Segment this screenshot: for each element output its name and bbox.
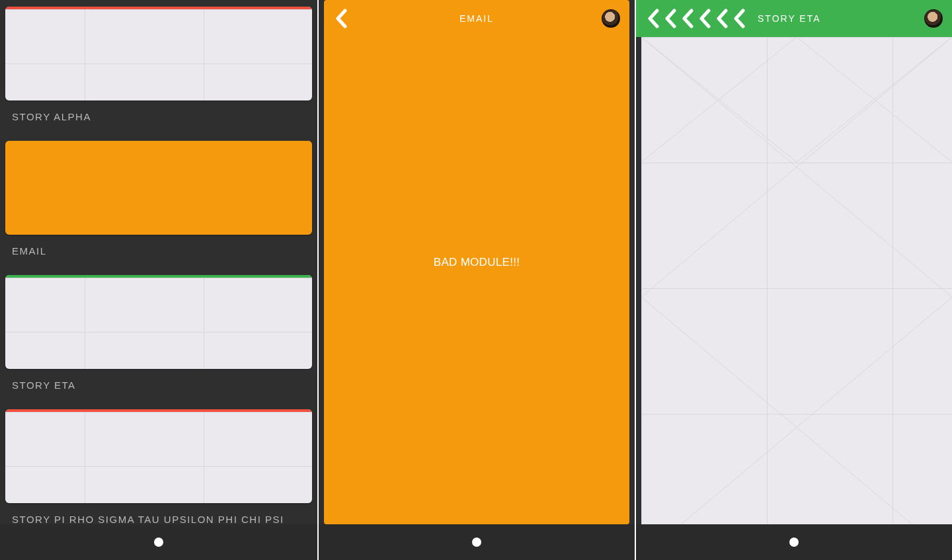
story-card-label: STORY ALPHA <box>12 111 311 122</box>
back-button[interactable] <box>645 9 748 28</box>
story-card[interactable] <box>5 409 312 503</box>
panel-story-list: STORY ALPHAEMAILSTORY ETASTORY PI RHO SI… <box>0 0 317 560</box>
story-card[interactable] <box>5 7 312 100</box>
panel-story-eta-detail: STORY ETA <box>635 0 952 560</box>
chevron-left-icon <box>662 9 680 28</box>
chevron-left-icon <box>697 9 714 28</box>
nav-dot-icon <box>472 538 481 547</box>
page-title: EMAIL <box>324 13 629 24</box>
avatar[interactable] <box>924 9 943 28</box>
accent-stripe <box>5 141 312 143</box>
story-list[interactable]: STORY ALPHAEMAILSTORY ETASTORY PI RHO SI… <box>0 0 317 548</box>
placeholder-grid-icon <box>5 412 312 503</box>
app-bar: STORY ETA <box>636 0 952 37</box>
story-card-label: EMAIL <box>12 245 311 257</box>
story-body-placeholder <box>641 37 952 560</box>
chevron-left-icon <box>731 9 748 28</box>
nav-dot-icon <box>789 538 799 547</box>
story-card[interactable] <box>5 275 312 369</box>
error-message: BAD MODULE!!! <box>434 256 520 269</box>
bottom-nav[interactable] <box>319 524 635 560</box>
email-body: EMAIL BAD MODULE!!! <box>324 0 629 524</box>
page-title: STORY ETA <box>758 13 821 24</box>
chevron-left-icon <box>645 9 662 28</box>
panel-email-detail: EMAIL BAD MODULE!!! <box>317 0 635 560</box>
chevron-left-icon <box>714 9 731 28</box>
story-card-label: STORY ETA <box>12 380 311 391</box>
bottom-nav[interactable] <box>0 524 317 560</box>
placeholder-grid-icon <box>5 9 312 100</box>
placeholder-grid-icon <box>5 278 312 369</box>
placeholder-x-icon <box>641 37 952 558</box>
nav-dot-icon <box>154 538 163 547</box>
bottom-nav[interactable] <box>636 524 952 560</box>
story-card[interactable] <box>5 141 312 235</box>
app-bar: EMAIL <box>324 0 629 37</box>
chevron-left-icon <box>680 9 697 28</box>
